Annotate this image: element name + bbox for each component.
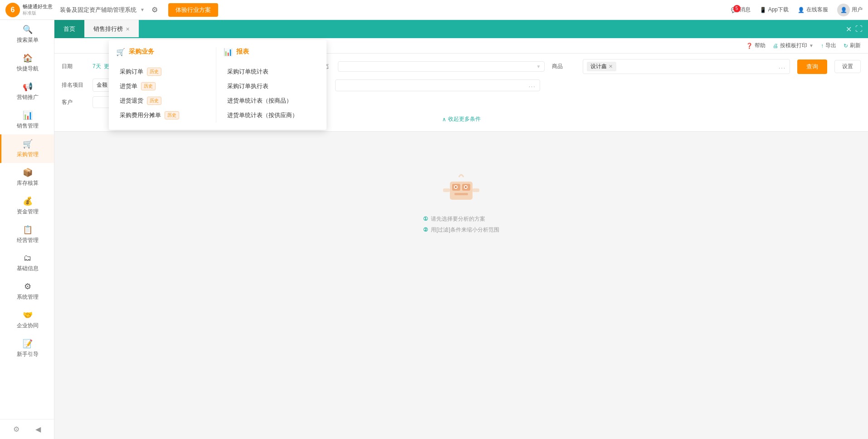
handshake-icon: 🤝 [23, 310, 33, 320]
tab-close-btn[interactable]: ✕ [126, 26, 130, 32]
svg-point-6 [465, 186, 467, 188]
sidebar-collapse-btn[interactable]: ◀ [35, 425, 41, 434]
sidebar-settings-btn[interactable]: ⚙ [13, 425, 20, 434]
date-7days-btn[interactable]: 7天 [93, 63, 101, 70]
voucher-status-input[interactable]: ▼ [338, 61, 545, 72]
menu-po-stats[interactable]: 采购订单统计表 [224, 64, 320, 79]
help-btn[interactable]: ❓ 帮助 [746, 42, 766, 49]
empty-tips: ① 请先选择要分析的方案 ② 用[过滤]条件来缩小分析范围 [423, 213, 499, 235]
sidebar-item-marketing[interactable]: 📢 营销推广 [0, 77, 54, 106]
sidebar-label-marketing: 营销推广 [17, 94, 39, 101]
menu-po-exec[interactable]: 采购订单执行表 [224, 79, 320, 94]
sidebar-label-guide: 新手引导 [17, 350, 39, 358]
logo-icon: 6 [5, 3, 20, 17]
sidebar-item-purchase[interactable]: 🛒 采购管理 [0, 134, 54, 163]
print-dropdown-icon[interactable]: ▼ [809, 43, 814, 48]
message-icon-wrap: 💬 5 [731, 7, 738, 13]
industry-btn[interactable]: 体验行业方案 [168, 3, 218, 17]
template-print-btn[interactable]: 🖨 按模板打印 ▼ [773, 42, 814, 49]
megaphone-icon: 📢 [23, 82, 33, 92]
tip-1-text: 请先选择要分析的方案 [431, 213, 485, 224]
user-area[interactable]: 👤 用户 [837, 4, 863, 16]
collapse-label: 收起更多条件 [448, 115, 481, 123]
menu-stock-by-supplier[interactable]: 进货单统计表（按供应商） [224, 108, 320, 123]
service-icon: 👤 [798, 7, 805, 13]
online-service-btn[interactable]: 👤 在线客服 [798, 6, 828, 14]
sidebar-label-search: 搜索菜单 [17, 36, 39, 44]
stock-in-label: 进货单 [120, 82, 137, 90]
header-right: 💬 5 消息 📱 App下载 👤 在线客服 👤 用户 [731, 4, 863, 16]
dropdown-col-report: 📊 报表 采购订单统计表 采购订单执行表 进货单统计表（按商品） 进货单统计表（… [216, 47, 320, 123]
voucher-status-dropdown[interactable]: ▼ [536, 64, 541, 69]
sidebar-label-quick: 快捷导航 [17, 65, 39, 73]
app-download-btn[interactable]: 📱 App下载 [760, 6, 789, 14]
purchase-col-title-text: 采购业务 [129, 48, 154, 56]
filter-voucher-status: 单据状态 ▼ [307, 61, 545, 72]
tab-maximize-btn[interactable]: ⛶ [855, 25, 863, 33]
sidebar-item-basic[interactable]: 🗂 基础信息 [0, 249, 54, 277]
svg-rect-9 [473, 188, 479, 192]
menu-purchase-order[interactable]: 采购订单 历史 [116, 64, 212, 79]
sidebar: 🔍 搜索菜单 🏠 快捷导航 📢 营销推广 📊 销售管理 🛒 采购管理 📦 库存核… [0, 20, 54, 439]
export-btn[interactable]: ↑ 导出 [821, 42, 836, 49]
menu-purchase-expense[interactable]: 采购费用分摊单 历史 [116, 108, 212, 123]
sidebar-item-guide[interactable]: 📝 新手引导 [0, 334, 54, 363]
system-dropdown-btn[interactable]: ▼ [140, 7, 145, 12]
user-label: 用户 [852, 6, 863, 14]
svg-rect-7 [454, 193, 468, 195]
tab-close-all-btn[interactable]: ✕ [846, 25, 852, 34]
goods-input[interactable]: 设计鑫 ✕ ... [583, 59, 790, 74]
sidebar-item-enterprise[interactable]: 🤝 企业协同 [0, 306, 54, 334]
folder-icon: 🗂 [24, 253, 32, 263]
sidebar-item-finance[interactable]: 💰 资金管理 [0, 192, 54, 220]
salesperson-input[interactable]: ... [335, 79, 540, 91]
sidebar-item-stock[interactable]: 📦 库存核算 [0, 163, 54, 192]
cart-icon: 🛒 [23, 139, 33, 149]
goods-tag-close[interactable]: ✕ [609, 64, 613, 69]
query-btn[interactable]: 查询 [797, 59, 827, 74]
sidebar-label-basic: 基础信息 [17, 265, 39, 272]
app-download-label: App下载 [768, 6, 789, 14]
report-col-icon: 📊 [224, 47, 233, 56]
empty-illustration [439, 168, 484, 204]
tab-sales-rank[interactable]: 销售排行榜 ✕ [84, 20, 139, 38]
refresh-btn[interactable]: ↻ 刷新 [844, 42, 861, 49]
purchase-order-history: 历史 [147, 68, 161, 76]
goods-more-btn[interactable]: ... [779, 64, 786, 70]
system-settings-btn[interactable]: ⚙ [148, 4, 161, 16]
stock-by-goods-label: 进货单统计表（按商品） [227, 97, 292, 105]
customer-label: 客户 [62, 99, 89, 106]
dropdown-col-purchase: 🛒 采购业务 采购订单 历史 进货单 历史 进货退货 历史 [116, 47, 212, 123]
rank-item-label: 排名项目 [62, 81, 89, 89]
message-btn[interactable]: 💬 5 消息 [731, 6, 751, 14]
menu-stock-by-goods[interactable]: 进货单统计表（按商品） [224, 94, 320, 108]
menu-return-goods[interactable]: 进货退货 历史 [116, 94, 212, 108]
home-icon: 🏠 [23, 53, 33, 63]
tip-2-text: 用[过滤]条件来缩小分析范围 [431, 224, 499, 235]
tab-bar: 首页 销售排行榜 ✕ ✕ ⛶ [54, 20, 868, 38]
sidebar-bottom: ⚙ ◀ [0, 419, 54, 439]
tip-1: ① 请先选择要分析的方案 [423, 213, 499, 224]
sales-rank-tab-label: 销售排行榜 [93, 25, 123, 33]
sidebar-item-sales[interactable]: 📊 销售管理 [0, 106, 54, 134]
menu-stock-in[interactable]: 进货单 历史 [116, 79, 212, 94]
sidebar-label-enterprise: 企业协同 [17, 322, 39, 330]
top-header: 6 畅捷通好生意 标准版 装备及固定资产辅助管理系统 ▼ ⚙ 体验行业方案 💬 … [0, 0, 868, 20]
sidebar-label-operation: 经营管理 [17, 237, 39, 244]
sidebar-item-search[interactable]: 🔍 搜索菜单 [0, 20, 54, 49]
tab-home[interactable]: 首页 [54, 20, 84, 38]
salesperson-more-btn[interactable]: ... [529, 82, 536, 89]
export-label: 导出 [825, 42, 836, 49]
box-icon: 📦 [23, 168, 33, 178]
logo-area: 6 畅捷通好生意 标准版 [5, 3, 60, 17]
sidebar-item-quick[interactable]: 🏠 快捷导航 [0, 49, 54, 77]
goods-tag-text: 设计鑫 [590, 63, 607, 70]
dropdown-columns: 🛒 采购业务 采购订单 历史 进货单 历史 进货退货 历史 [116, 47, 319, 123]
refresh-label: 刷新 [850, 42, 861, 49]
set-btn[interactable]: 设置 [834, 60, 861, 73]
system-title-area: 装备及固定资产辅助管理系统 ▼ ⚙ 体验行业方案 [60, 3, 731, 17]
sidebar-item-operation[interactable]: 📋 经营管理 [0, 220, 54, 249]
money-icon: 💰 [23, 196, 33, 206]
gear-icon: ⚙ [24, 281, 31, 291]
sidebar-item-system[interactable]: ⚙ 系统管理 [0, 277, 54, 306]
